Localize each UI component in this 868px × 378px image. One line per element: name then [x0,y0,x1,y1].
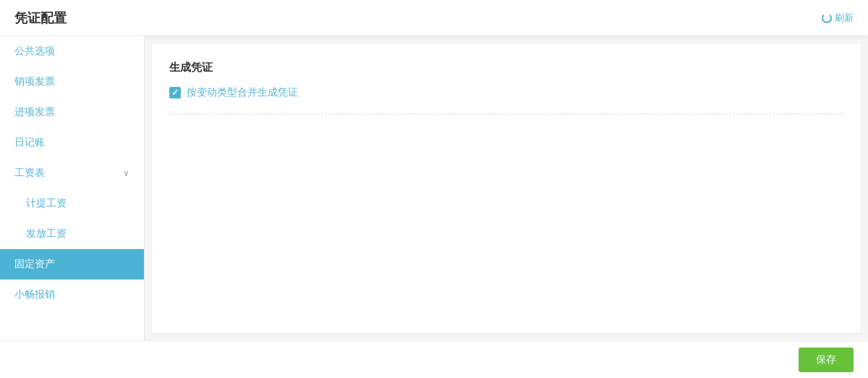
sidebar-item-label: 固定资产 [14,258,55,271]
sidebar-item-payroll-commission[interactable]: 计提工资 [0,188,144,219]
page-wrapper: 凭证配置 刷新 公共选项销项发票进项发票日记账工资表∨计提工资发放工资固定资产小… [0,0,868,378]
merge-voucher-checkbox[interactable] [169,87,181,98]
sidebar-item-journal[interactable]: 日记账 [0,127,144,158]
save-button[interactable]: 保存 [799,348,854,372]
footer: 保存 [0,340,868,378]
sidebar-item-fixed-assets[interactable]: 固定资产 [0,249,144,280]
sidebar-item-public-options[interactable]: 公共选项 [0,36,144,67]
sidebar-item-label: 计提工资 [26,197,67,210]
section-divider [169,114,843,114]
checkbox-row: 按变动类型合并生成凭证 [169,86,843,99]
main-content: 生成凭证 按变动类型合并生成凭证 [152,43,861,333]
body: 公共选项销项发票进项发票日记账工资表∨计提工资发放工资固定资产小畅报销 生成凭证… [0,36,868,340]
sidebar-item-label: 销项发票 [14,75,55,88]
sidebar-item-sales-invoice[interactable]: 销项发票 [0,67,144,97]
checkbox-label: 按变动类型合并生成凭证 [187,86,298,99]
sidebar-item-expense-reimbursement[interactable]: 小畅报销 [0,280,144,310]
refresh-icon [822,13,832,23]
sidebar-item-label: 公共选项 [14,45,55,58]
sidebar-item-payroll-release[interactable]: 发放工资 [0,219,144,249]
sidebar-item-label: 进项发票 [14,106,55,119]
page-title: 凭证配置 [14,9,67,27]
sidebar-item-payroll-table[interactable]: 工资表∨ [0,158,144,188]
refresh-button[interactable]: 刷新 [822,12,854,25]
sidebar-item-label: 发放工资 [26,227,67,240]
chevron-down-icon: ∨ [123,168,129,178]
sidebar-item-label: 工资表 [14,167,45,180]
section-title: 生成凭证 [169,61,843,75]
header: 凭证配置 刷新 [0,0,868,36]
sidebar: 公共选项销项发票进项发票日记账工资表∨计提工资发放工资固定资产小畅报销 [0,36,145,340]
sidebar-item-label: 日记账 [14,136,45,149]
refresh-label: 刷新 [835,12,854,25]
sidebar-item-purchase-invoice[interactable]: 进项发票 [0,97,144,127]
sidebar-item-label: 小畅报销 [14,288,55,301]
